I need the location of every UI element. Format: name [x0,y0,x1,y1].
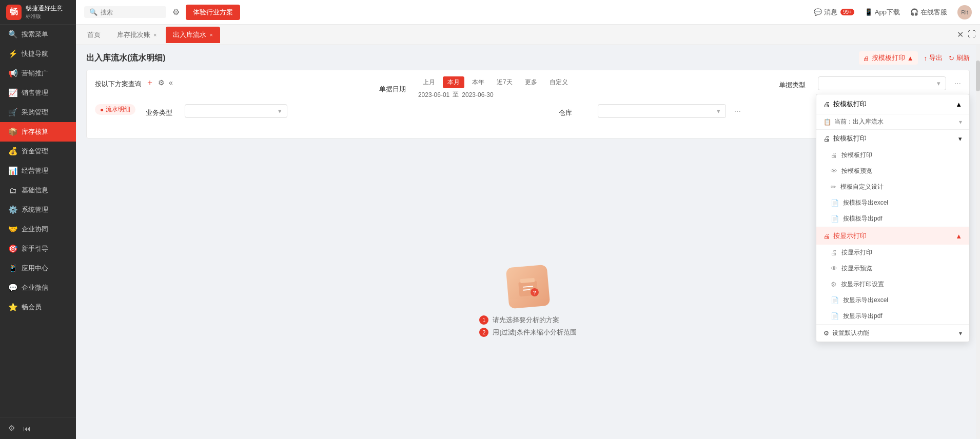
sidebar-item-app-center[interactable]: 📱应用中心 [0,258,76,278]
filter-by-label: 按以下方案查询 [95,76,142,89]
guide-icon: 🎯 [8,244,17,253]
expand-tab-btn[interactable]: ⛶ [968,30,976,39]
doc-type-select[interactable]: ▾ [818,76,946,90]
sidebar-item-cooperation[interactable]: 🤝企业协同 [0,220,76,239]
warehouse-arrow-icon: ▾ [717,107,720,115]
template-print-section-header[interactable]: 🖨 按模板打印 ▾ [816,130,969,147]
doc-type-more-btn[interactable]: ··· [954,79,961,88]
d-settings-icon: ⚙ [831,281,837,288]
dropdown-up-icon[interactable]: ▲ [955,101,962,108]
app-logo: 畅 [6,5,22,20]
print-item-icon: 🖨 [831,151,837,159]
sidebar-item-search[interactable]: 🔍搜索菜单 [0,25,76,44]
tab-batch-account[interactable]: 库存批次账 × [110,27,164,43]
system-icon: ⚙️ [8,205,17,214]
refresh-btn[interactable]: ↻ 刷新 [949,53,970,63]
marketing-icon: 📢 [8,69,17,78]
collapse-icon[interactable]: ⏮ [23,424,31,433]
sidebar-item-quick-nav[interactable]: ⚡快捷导航 [0,44,76,64]
search-box[interactable]: 🔍 [84,6,166,18]
sidebar-item-wechat[interactable]: 💬企业微信 [0,278,76,297]
settings-icon[interactable]: ⚙ [8,424,15,433]
business-type-select[interactable]: ▾ [185,104,287,118]
tab-flow[interactable]: 出入库流水 × [166,27,220,43]
shortcut-custom[interactable]: 自定义 [545,76,573,88]
dropdown-panel: 🖨 按模板打印 ▲ 📋 当前：出入库流水 ▾ 🖨 按模板打印 [816,94,970,342]
user-avatar[interactable]: Rit [957,5,972,19]
dropdown-display-print[interactable]: 🖨 按显示打印 [816,245,969,261]
tabbar-right: ✕ ⛶ [957,30,976,39]
export-icon: ↑ [924,54,928,62]
tab-close-flow[interactable]: × [209,32,212,38]
tag-icon: ● [100,106,104,113]
tab-close-batch[interactable]: × [153,32,156,38]
app-title: 畅捷通好生意 标准版 [26,5,63,19]
warehouse-more-btn[interactable]: ··· [734,107,741,116]
home-tab-label: 首页 [87,30,101,39]
export-btn[interactable]: ↑ 导出 [924,53,943,63]
dropdown-footer[interactable]: ⚙ 设置默认功能 ▾ [816,325,969,342]
display-print-section-header[interactable]: 🖨 按显示打印 ▲ [816,227,969,245]
dropdown-template-print[interactable]: 🖨 按模板打印 [816,147,969,163]
dropdown-template-pdf[interactable]: 📄 按模板导出pdf [816,211,969,227]
app-download-btn[interactable]: 📱 App下载 [865,8,900,17]
filter-collapse-icon[interactable]: « [169,78,173,87]
sidebar-item-marketing[interactable]: 📢营销推广 [0,64,76,83]
sidebar-item-sales[interactable]: 📈销售管理 [0,83,76,103]
sidebar-item-purchase[interactable]: 🛒采购管理 [0,103,76,122]
preview-item-icon: 👁 [831,167,837,175]
pdf-item-icon: 📄 [831,215,839,223]
search-input[interactable] [101,9,161,16]
online-service-btn[interactable]: 🎧 在线客服 [910,8,947,17]
dropdown-display-preview[interactable]: 👁 按显示预览 [816,261,969,276]
section-template-print: 🖨 按模板打印 ▾ 🖨 按模板打印 👁 按模板预览 ✏ [816,130,969,227]
sidebar-item-member[interactable]: ⭐畅会员 [0,297,76,317]
page-header: 出入库流水(流水明细) 🖨 按模板打印 ▲ ↑ 导出 ↻ 刷新 [76,45,980,65]
dropdown-display-excel[interactable]: 📄 按显示导出excel [816,292,969,308]
sidebar-item-operations[interactable]: 📊经营管理 [0,161,76,181]
template-print-btn[interactable]: 🖨 按模板打印 ▲ [859,51,918,65]
template-print-icon: 🖨 [824,135,830,143]
sidebar-item-basic[interactable]: 🗂基础信息 [0,181,76,200]
sidebar-header: 畅 畅捷通好生意 标准版 [0,0,76,25]
close-tab-btn[interactable]: ✕ [957,30,964,39]
member-icon: ⭐ [8,303,17,312]
cooperation-icon: 🤝 [8,225,17,234]
footer-arrow: ▾ [959,330,962,337]
warehouse-select[interactable]: ▾ [598,104,726,118]
shortcut-last-7-days[interactable]: 近7天 [492,76,517,88]
business-arrow-icon: ▾ [278,107,282,115]
purchase-icon: 🛒 [8,108,17,117]
section-expand-icon: ▾ [958,135,962,143]
tab-home[interactable]: 首页 [80,27,108,43]
current-icon: 📋 [824,118,831,126]
right-scrollbar-track [976,45,980,439]
doc-type-label: 单据类型 [779,77,810,90]
trial-btn[interactable]: 体验行业方案 [186,5,240,20]
filter-settings-icon[interactable]: ⚙ [158,78,165,87]
sidebar-item-inventory[interactable]: 📦库存核算 [0,122,76,142]
right-scrollbar-thumb[interactable] [976,61,980,91]
dropdown-template-custom[interactable]: ✏ 模板自定义设计 [816,179,969,195]
current-arrow[interactable]: ▾ [959,118,962,126]
shortcut-more[interactable]: 更多 [520,76,542,88]
shortcut-last-month[interactable]: 上月 [418,76,440,88]
dropdown-display-settings[interactable]: ⚙ 按显示打印设置 [816,276,969,292]
section-collapse-icon: ▲ [955,232,962,240]
sidebar-item-finance[interactable]: 💰资金管理 [0,142,76,161]
filter-add-btn[interactable]: ＋ [146,77,154,88]
dropdown-template-excel[interactable]: 📄 按模板导出excel [816,195,969,211]
message-btn[interactable]: 💬 消息 99+ [814,8,854,17]
dropdown-display-pdf[interactable]: 📄 按显示导出pdf [816,308,969,324]
sidebar-item-guide[interactable]: 🎯新手引导 [0,239,76,258]
sidebar: 畅 畅捷通好生意 标准版 🔍搜索菜单⚡快捷导航📢营销推广📈销售管理🛒采购管理📦库… [0,0,76,439]
shortcut-current-month[interactable]: 本月 [443,76,464,88]
date-to: 2023-06-30 [462,91,493,98]
sidebar-item-system[interactable]: ⚙️系统管理 [0,200,76,220]
dropdown-template-preview[interactable]: 👁 按模板预览 [816,163,969,179]
shortcut-current-year[interactable]: 本年 [467,76,489,88]
d-print-icon: 🖨 [831,249,837,256]
sidebar-bottom: ⚙ ⏮ [0,417,76,439]
page-content: 出入库流水(流水明细) 🖨 按模板打印 ▲ ↑ 导出 ↻ 刷新 [76,45,980,439]
gear-icon[interactable]: ⚙ [172,7,180,17]
